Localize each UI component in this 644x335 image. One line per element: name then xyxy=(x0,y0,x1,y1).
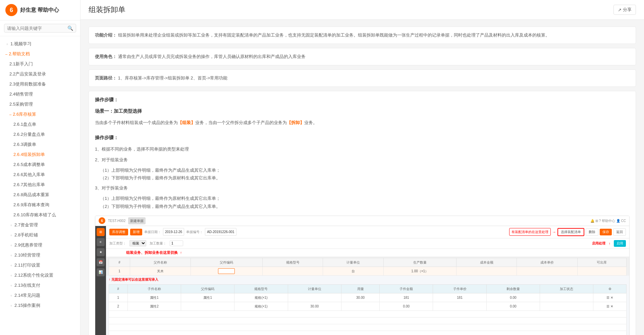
sim-lower-th-remain: 剩余数量 xyxy=(486,285,540,293)
sim-lr2-unitprice xyxy=(433,302,486,311)
sidebar-item-finance[interactable]: ＋ 2.7资金管理 xyxy=(0,220,80,230)
sim-upper-td-cost xyxy=(456,267,517,275)
sim-lr1-code: 属性1 xyxy=(181,293,234,302)
sim-lower-th-amount: 子件金额 xyxy=(380,285,433,293)
sim-nav-star[interactable]: ★ xyxy=(97,248,105,256)
share-button[interactable]: ↗ 分享 xyxy=(613,5,636,15)
sim-delete-btn[interactable]: 删除 xyxy=(586,228,598,236)
sidebar-item-stocktake[interactable]: 2.6.1盘点单 xyxy=(0,119,80,129)
path-block: 页面路径： 1、库存核算->库存管理->组装拆卸单 2、首页->常用功能 xyxy=(89,69,636,87)
sidebar-item-videos[interactable]: ＋ 1.视频学习 xyxy=(0,39,80,49)
sim-qty-input[interactable] xyxy=(170,240,183,246)
plus-icon: ＋ xyxy=(9,303,13,308)
sim-nav-list[interactable]: ≡ xyxy=(97,238,105,246)
sim-lower-th-qty: 用量 xyxy=(341,285,379,293)
plus-icon: ＋ xyxy=(5,42,9,47)
sim-upper-th-name: 父件名称 xyxy=(130,258,191,267)
sim-lr1-ops: ☰ ✕ xyxy=(593,293,627,302)
nav-label: 2.6.1盘点单 xyxy=(13,121,36,127)
nav-label: 2.6.3调拨单 xyxy=(13,142,36,148)
sim-back-btn[interactable]: 返回 xyxy=(613,228,626,236)
sidebar-item-install[interactable]: 2.2产品安装及登录 xyxy=(0,69,80,79)
sim-lower-th-code: 父件编码 xyxy=(181,285,234,293)
sim-lr1-remain: 0.00 xyxy=(486,293,540,302)
sidebar-item-other-out[interactable]: 2.6.7其他出库单 xyxy=(0,180,80,190)
sim-lower-th-unit: 计量单位 xyxy=(288,285,341,293)
plus-icon: ＋ xyxy=(9,253,13,258)
nav-label: 2.6.4组装拆卸单 xyxy=(13,152,45,158)
sim-lower-th-status: 加工状态 xyxy=(540,285,593,293)
sidebar-item-docs[interactable]: – 2.帮助文档 xyxy=(0,49,80,59)
sidebar-item-purchase[interactable]: 2.5采购管理 xyxy=(0,99,80,109)
search-input[interactable] xyxy=(7,26,67,31)
sidebar-item-cost-adjust[interactable]: 2.6.5成本调整单 xyxy=(0,160,80,170)
sidebar-item-print[interactable]: ＋ 2.11打印设置 xyxy=(0,260,80,270)
sim-add-btn[interactable]: 新增 xyxy=(130,229,142,235)
search-area: 🔍 xyxy=(0,20,80,36)
sim-new-tab[interactable]: 库存调整 xyxy=(109,229,128,235)
sidebar-item-faq[interactable]: ＋ 2.14常见问题 xyxy=(0,290,80,300)
sim-outer: ⊞ ≡ ★ 📅 📊 库存调整 新增 单据日期： xyxy=(95,226,629,335)
sim-proc-type-select[interactable]: 组装 拆卸 xyxy=(129,240,146,246)
assemble-step-1: （1）上部明细为父件明细，最终作为产成品生成其它入库单； xyxy=(100,166,630,174)
sim-upper-th-spec: 规格型号 xyxy=(262,258,323,267)
sim-save-btn[interactable]: 保存 xyxy=(600,229,612,235)
nav-label: 2.6.8商品成本重算 xyxy=(13,192,49,198)
sim-annotation3-area: 组装业务、拆卸业务在这里切换 ↑ xyxy=(106,249,629,257)
sidebar-item-new-user[interactable]: 2.1新手入门 xyxy=(0,59,80,69)
nav-label: 2.6.5成本调整单 xyxy=(13,162,45,168)
sidebar-item-inv-error[interactable]: 2.6.10库存账本错了么 xyxy=(0,210,80,220)
sim-lower-row-1: 1 属性1 属性1 规格(×1) 30.00 181 181 xyxy=(109,293,627,302)
sidebar-item-inventory[interactable]: – 2.6库存核算 xyxy=(0,109,80,119)
nav-label: 2.3使用前数据准备 xyxy=(9,81,46,87)
sidebar-item-cases[interactable]: ＋ 2.15操作案例 xyxy=(0,300,80,311)
nav-label: 2.7资金管理 xyxy=(14,222,38,228)
sim-lr1-amount: 181 xyxy=(380,293,433,302)
share-icon: ↗ xyxy=(618,7,622,12)
sim-arrow4: ↑ xyxy=(609,240,611,247)
search-box[interactable]: 🔍 xyxy=(4,24,76,33)
sim-upper-section: # 父件名称 父件编码 规格型号 计量单位 生产数量 成本金额 成本单价 xyxy=(106,257,629,276)
sim-enable-btn[interactable]: 启用 xyxy=(614,240,626,247)
sidebar-item-mobile[interactable]: ＋ 2.8手机旺铺 xyxy=(0,230,80,240)
sidebar-item-cost-reset[interactable]: 2.6.8商品成本重算 xyxy=(0,190,80,200)
sim-doc-number: AD-20191226-001 xyxy=(205,228,236,236)
sim-upper-td-spec xyxy=(262,267,323,275)
app-logo-icon: 6 xyxy=(5,4,17,16)
sidebar-item-inv-query[interactable]: 2.6.9库存账本查询 xyxy=(0,200,80,210)
sidebar-item-coupon[interactable]: ＋ 2.9优惠券管理 xyxy=(0,240,80,250)
sim-lr1-spec: 规格(×1) xyxy=(234,293,288,302)
sim-upper-table: # 父件名称 父件编码 规格型号 计量单位 生产数量 成本金额 成本单价 xyxy=(109,258,627,276)
sidebar-item-ops[interactable]: ＋ 2.10经营管理 xyxy=(0,250,80,260)
plus-icon: ＋ xyxy=(9,283,13,288)
sim-upper-code-input[interactable] xyxy=(218,268,235,274)
search-icon[interactable]: 🔍 xyxy=(67,25,73,31)
ops-steps-heading: 操作步骤： xyxy=(95,134,630,142)
sim-lr2-unit: 30.00 xyxy=(288,302,341,311)
sim-nav-chart[interactable]: 📊 xyxy=(97,268,105,276)
sim-select-bom-btn[interactable]: 选择装配清单 xyxy=(557,228,584,236)
sim-lower-row-3 xyxy=(109,311,627,318)
sim-screenshot: 6 TEST-H002 新建单据 🔔 ⊞ ? 帮助中心 👤 CC ⊞ ≡ ★ � xyxy=(95,216,629,335)
sim-date-label: 单据日期： xyxy=(144,229,161,235)
sidebar-item-payment[interactable]: ＋ 2.13在线支付 xyxy=(0,280,80,290)
plus-icon: ＋ xyxy=(9,233,13,238)
sidebar-item-data-prep[interactable]: 2.3使用前数据准备 xyxy=(0,79,80,89)
nav-label: 2.4销售管理 xyxy=(9,91,33,97)
sim-lr1-qty: 30.00 xyxy=(341,293,379,302)
sim-lr1-status xyxy=(540,293,593,302)
sim-nav-cal[interactable]: 📅 xyxy=(97,258,105,266)
sim-nav-home[interactable]: ⊞ xyxy=(97,228,105,236)
steps-text: 1、根据不同的业务，选择不同单据的类型来处理 2、对于组装业务 （1）上部明细为… xyxy=(95,145,630,210)
sidebar-item-sales[interactable]: 2.4销售管理 xyxy=(0,89,80,99)
sim-lower-row-5 xyxy=(109,324,627,331)
sidebar-item-assemble[interactable]: 2.6.4组装拆卸单 xyxy=(0,150,80,160)
sim-upper-th-unit: 计量单位 xyxy=(323,258,383,267)
sidebar-item-custom[interactable]: ＋ 2.12系统个性化设置 xyxy=(0,270,80,280)
sidebar-item-split-stocktake[interactable]: 2.6.2分量盘点单 xyxy=(0,129,80,139)
sidebar-item-other-in[interactable]: 2.6.6其他入库单 xyxy=(0,170,80,180)
nav-label: 2.6库存核算 xyxy=(13,111,36,117)
path-text: 1、库存核算->库存管理->组装拆卸单 2、首页->常用功能 xyxy=(118,75,228,80)
sim-upper-td-name: 关木 xyxy=(130,267,191,275)
sidebar-item-transfer[interactable]: 2.6.3调拨单 xyxy=(0,139,80,150)
